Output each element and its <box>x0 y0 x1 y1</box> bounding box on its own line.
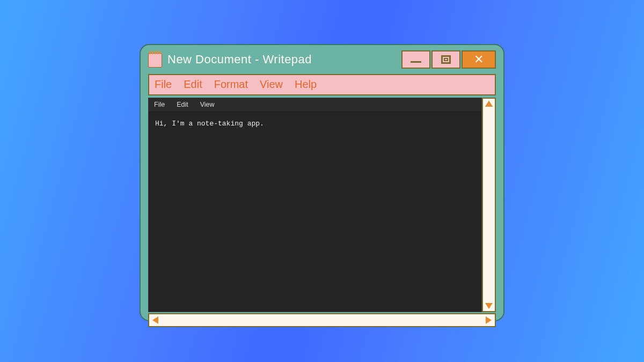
window-controls: ✕ <box>401 50 496 69</box>
scroll-right-icon[interactable] <box>486 316 492 324</box>
editor-container: File Edit View Hi, I'm a note-taking app… <box>148 98 482 312</box>
maximize-icon <box>441 55 451 64</box>
menu-view[interactable]: View <box>260 78 283 91</box>
menu-format[interactable]: Format <box>214 78 248 91</box>
inner-menu-file[interactable]: File <box>154 101 165 108</box>
app-window: New Document - Writepad ✕ File Edit Form… <box>140 44 504 321</box>
titlebar[interactable]: New Document - Writepad ✕ <box>141 45 503 73</box>
content-area: File Edit View Hi, I'm a note-taking app… <box>148 98 496 312</box>
scroll-up-icon[interactable] <box>485 101 493 107</box>
horizontal-scrollbar[interactable] <box>148 313 496 327</box>
close-icon: ✕ <box>474 54 484 65</box>
maximize-button[interactable] <box>431 50 460 69</box>
inner-menu-view[interactable]: View <box>200 101 215 108</box>
inner-menubar: File Edit View <box>149 98 481 112</box>
scroll-down-icon[interactable] <box>485 303 493 309</box>
window-title: New Document - Writepad <box>167 53 396 67</box>
inner-menu-edit[interactable]: Edit <box>177 101 188 108</box>
notepad-icon <box>148 51 162 68</box>
vertical-scrollbar[interactable] <box>482 98 496 312</box>
menu-help[interactable]: Help <box>295 78 317 91</box>
scroll-left-icon[interactable] <box>152 316 158 324</box>
menu-file[interactable]: File <box>155 78 172 91</box>
close-button[interactable]: ✕ <box>462 50 496 69</box>
menu-edit[interactable]: Edit <box>184 78 202 91</box>
menubar: File Edit Format View Help <box>148 74 496 95</box>
minimize-icon <box>411 61 421 63</box>
minimize-button[interactable] <box>401 50 430 69</box>
editor-textarea[interactable]: Hi, I'm a note-taking app. <box>149 112 481 312</box>
